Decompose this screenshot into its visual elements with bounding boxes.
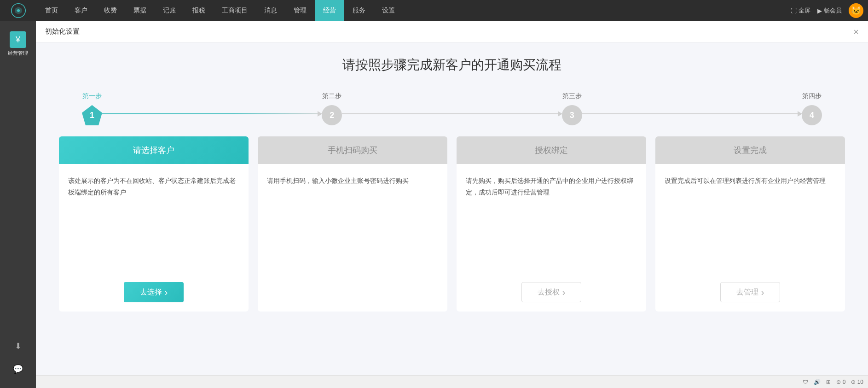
go-select-button[interactable]: 去选择 › <box>124 282 184 302</box>
nav-item-service[interactable]: 服务 <box>344 0 374 21</box>
steps-row: 第一步 1 第二步 2 第三步 3 <box>54 92 850 125</box>
nav-item-biz[interactable]: 工商项目 <box>214 0 256 21</box>
nav-item-manage[interactable]: 管理 <box>285 0 315 21</box>
status-shield-icon: 🛡 <box>803 379 808 385</box>
inner-page: 请按照步骤完成新客户的开通购买流程 第一步 1 第二步 2 第三步 <box>36 42 868 375</box>
step-3: 第三步 3 <box>562 92 582 125</box>
main-title: 请按照步骤完成新客户的开通购买流程 <box>54 56 850 74</box>
nav-right: ⛶ 全屏 ▶ 畅会员 🐱 <box>791 3 863 18</box>
step-connector-3 <box>582 113 802 114</box>
step-connector-2 <box>342 113 561 114</box>
card-1-body: 该处展示的客户为不在回收站、客户状态正常建账后完成老板端绑定的所有客户 <box>59 164 249 273</box>
card-1-header: 请选择客户 <box>59 136 249 164</box>
fullscreen-button[interactable]: ⛶ 全屏 <box>791 6 810 15</box>
close-button[interactable]: × <box>853 27 859 36</box>
go-select-label: 去选择 <box>140 288 162 297</box>
nav-item-message[interactable]: 消息 <box>256 0 285 21</box>
go-authorize-arrow: › <box>562 287 566 298</box>
step-connector-1 <box>102 113 322 114</box>
member-button[interactable]: ▶ 畅会员 <box>817 6 842 15</box>
step-2-circle: 2 <box>322 105 342 125</box>
sidebar-download-button[interactable]: ⬇ <box>0 336 36 356</box>
step-1: 第一步 1 <box>82 92 102 125</box>
go-manage-label: 去管理 <box>736 288 758 297</box>
step-2: 第二步 2 <box>322 92 342 125</box>
nav-items: 首页 客户 收费 票据 记账 报税 工商项目 消息 管理 经营 服务 设置 <box>37 0 791 21</box>
go-manage-arrow: › <box>761 287 764 298</box>
operation-icon: ¥ <box>10 31 26 48</box>
nav-logo <box>5 3 32 18</box>
card-select-customer: 请选择客户 该处展示的客户为不在回收站、客户状态正常建账后完成老板端绑定的所有客… <box>59 136 249 312</box>
member-label: 畅会员 <box>824 6 842 15</box>
go-authorize-button[interactable]: 去授权 › <box>521 282 581 302</box>
step-4: 第四步 4 <box>802 92 822 125</box>
card-3-body: 请先购买，购买后选择开通的产品中的企业用户进行授权绑定，成功后即可进行经营管理 <box>457 164 646 273</box>
go-select-arrow: › <box>165 287 168 298</box>
support-icon: 💬 <box>13 364 23 374</box>
card-4-header: 设置完成 <box>655 136 845 164</box>
step-1-label: 第一步 <box>82 92 102 100</box>
sidebar-bottom: ⬇ 💬 <box>0 336 36 388</box>
step-3-label: 第三步 <box>562 92 582 100</box>
top-nav: 首页 客户 收费 票据 记账 报税 工商项目 消息 管理 经营 服务 设置 ⛶ … <box>0 0 868 21</box>
card-scan-buy: 手机扫码购买 请用手机扫码，输入小微企业主账号密码进行购买 <box>258 136 447 312</box>
card-4-footer: 去管理 › <box>655 273 845 312</box>
sidebar-support-button[interactable]: 💬 <box>0 359 36 379</box>
nav-item-settings[interactable]: 设置 <box>374 0 403 21</box>
sidebar-item-operation[interactable]: ¥ 经营管理 <box>0 26 36 62</box>
status-count-10: ⊙ 10 <box>851 379 863 385</box>
main-content: 初始化设置 × 请按照步骤完成新客户的开通购买流程 第一步 1 第二步 2 <box>36 21 868 375</box>
nav-item-account[interactable]: 记账 <box>155 0 184 21</box>
card-complete: 设置完成 设置完成后可以在管理列表进行所有企业用户的经营管理 去管理 › <box>655 136 845 312</box>
nav-item-customer[interactable]: 客户 <box>66 0 96 21</box>
card-3-footer: 去授权 › <box>457 273 646 312</box>
step-4-label: 第四步 <box>802 92 822 100</box>
card-3-header: 授权绑定 <box>457 136 646 164</box>
status-count-0: ⊙ 0 <box>836 379 845 385</box>
step-1-circle: 1 <box>82 105 102 125</box>
play-icon: ▶ <box>817 7 822 14</box>
download-icon: ⬇ <box>15 341 22 351</box>
page-title: 初始化设置 <box>45 27 80 36</box>
sidebar: ¥ 经营管理 ⬇ 💬 <box>0 21 36 388</box>
go-authorize-label: 去授权 <box>538 288 560 297</box>
step-2-label: 第二步 <box>322 92 341 100</box>
fullscreen-icon: ⛶ <box>791 7 797 14</box>
fullscreen-label: 全屏 <box>799 6 810 15</box>
card-authorize: 授权绑定 请先购买，购买后选择开通的产品中的企业用户进行授权绑定，成功后即可进行… <box>457 136 646 312</box>
step-4-circle: 4 <box>802 105 822 125</box>
status-grid-icon: ⊞ <box>826 379 831 385</box>
card-2-footer <box>258 293 447 312</box>
nav-item-home[interactable]: 首页 <box>37 0 66 21</box>
status-right: 🛡 🔊 ⊞ ⊙ 0 ⊙ 10 <box>803 379 863 385</box>
step-3-circle: 3 <box>562 105 582 125</box>
status-sound-icon: 🔊 <box>814 379 821 385</box>
cards-row: 请选择客户 该处展示的客户为不在回收站、客户状态正常建账后完成老板端绑定的所有客… <box>54 136 850 312</box>
nav-item-fee[interactable]: 收费 <box>96 0 125 21</box>
go-manage-button[interactable]: 去管理 › <box>720 282 780 302</box>
nav-item-operation[interactable]: 经营 <box>315 0 344 21</box>
card-4-body: 设置完成后可以在管理列表进行所有企业用户的经营管理 <box>655 164 845 273</box>
page-header: 初始化设置 × <box>36 21 868 42</box>
nav-item-bill[interactable]: 票据 <box>125 0 155 21</box>
nav-item-tax[interactable]: 报税 <box>184 0 214 21</box>
card-2-body: 请用手机扫码，输入小微企业主账号密码进行购买 <box>258 164 447 293</box>
sidebar-item-label: 经营管理 <box>8 50 28 56</box>
status-bar: ▶ 完成 🛡 🔊 ⊞ ⊙ 0 ⊙ 10 <box>0 375 868 388</box>
card-2-header: 手机扫码购买 <box>258 136 447 164</box>
card-1-footer: 去选择 › <box>59 273 249 312</box>
user-avatar[interactable]: 🐱 <box>849 3 863 18</box>
